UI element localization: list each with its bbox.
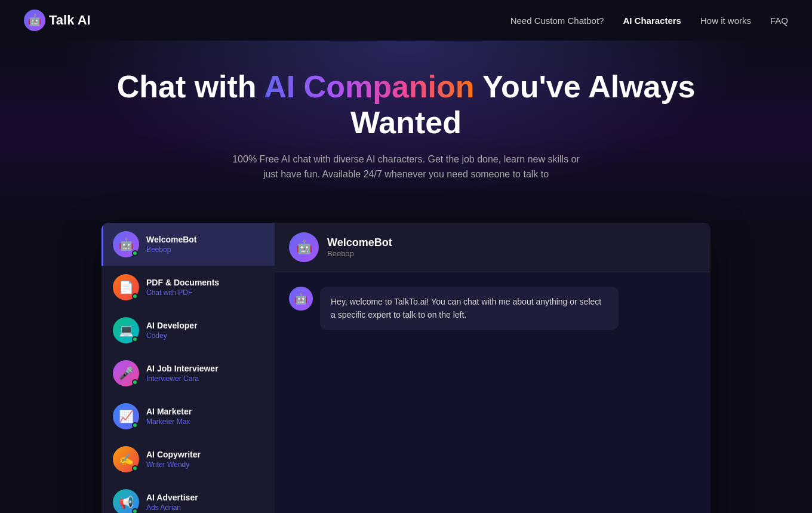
item-sub: Ads Adrian (146, 503, 265, 512)
chat-container: 🤖 WelcomeBot Beebop 📄 PDF & Documents Ch… (102, 223, 710, 513)
avatar-wrap: 📢 (113, 489, 139, 513)
item-info: AI Job Interviewer Interviewer Cara (146, 364, 265, 383)
item-sub: Beebop (146, 245, 265, 254)
chat-header-info: WelcomeBot Beebop (327, 236, 392, 258)
hero-section: Chat with AI Companion You've Always Wan… (0, 41, 812, 223)
chat-header-sub: Beebop (327, 249, 392, 258)
headline-prefix: Chat with (117, 69, 264, 104)
online-dot (132, 379, 138, 385)
hero-headline: Chat with AI Companion You've Always Wan… (12, 69, 800, 141)
headline-line2: Wanted (350, 105, 462, 140)
online-dot (132, 336, 138, 342)
sidebar-item-pdf[interactable]: 📄 PDF & Documents Chat with PDF (102, 266, 275, 309)
item-title: AI Advertiser (146, 493, 265, 502)
item-sub: Marketer Max (146, 417, 265, 426)
avatar-wrap: 🎤 (113, 360, 139, 386)
logo-text: Talk AI (49, 13, 91, 28)
nav-link[interactable]: Need Custom Chatbot? (510, 16, 604, 26)
avatar-wrap: 📄 (113, 274, 139, 300)
headline-suffix: You've Always (475, 69, 696, 104)
sidebar-item-copywriter[interactable]: ✍️ AI Copywriter Writer Wendy (102, 438, 275, 481)
sidebar-item-advertiser[interactable]: 📢 AI Advertiser Ads Adrian (102, 481, 275, 513)
avatar-wrap: ✍️ (113, 446, 139, 472)
item-sub: Interviewer Cara (146, 374, 265, 383)
online-dot (132, 422, 138, 428)
logo-icon: 🤖 (24, 10, 45, 31)
nav-link[interactable]: How it works (700, 16, 751, 26)
sidebar-item-marketer[interactable]: 📈 AI Marketer Marketer Max (102, 395, 275, 438)
sidebar-item-interviewer[interactable]: 🎤 AI Job Interviewer Interviewer Cara (102, 352, 275, 395)
navbar: 🤖 Talk AI Need Custom Chatbot?AI Charact… (0, 0, 812, 41)
item-title: AI Job Interviewer (146, 364, 265, 373)
sidebar-item-developer[interactable]: 💻 AI Developer Codey (102, 309, 275, 352)
message-avatar: 🤖 (289, 287, 313, 311)
headline-gradient: AI Companion (264, 69, 474, 104)
online-dot (132, 293, 138, 299)
chat-main: 🤖 WelcomeBot Beebop 🤖 Hey, welcome to Ta… (275, 223, 710, 513)
item-info: AI Developer Codey (146, 321, 265, 340)
sidebar: 🤖 WelcomeBot Beebop 📄 PDF & Documents Ch… (102, 223, 275, 513)
chat-header-name: WelcomeBot (327, 236, 392, 249)
chat-header-avatar: 🤖 (289, 232, 319, 262)
item-title: PDF & Documents (146, 278, 265, 287)
item-info: WelcomeBot Beebop (146, 235, 265, 254)
avatar-wrap: 📈 (113, 403, 139, 429)
item-title: AI Marketer (146, 407, 265, 416)
chat-header: 🤖 WelcomeBot Beebop (275, 223, 710, 272)
item-info: AI Advertiser Ads Adrian (146, 493, 265, 512)
hero-subtitle: 100% Free AI chat with diverse AI charac… (227, 152, 585, 182)
avatar-wrap: 💻 (113, 317, 139, 343)
item-title: WelcomeBot (146, 235, 265, 244)
nav-link[interactable]: FAQ (770, 16, 788, 26)
item-sub: Writer Wendy (146, 460, 265, 469)
nav-link[interactable]: AI Characters (623, 16, 681, 26)
message-bubble: Hey, welcome to TalkTo.ai! You can chat … (320, 287, 619, 330)
online-dot (132, 250, 138, 256)
online-dot (132, 508, 138, 513)
chat-messages: 🤖 Hey, welcome to TalkTo.ai! You can cha… (275, 272, 710, 513)
item-info: AI Copywriter Writer Wendy (146, 450, 265, 469)
message-row: 🤖 Hey, welcome to TalkTo.ai! You can cha… (289, 287, 696, 330)
item-title: AI Developer (146, 321, 265, 330)
logo[interactable]: 🤖 Talk AI (24, 10, 91, 31)
sidebar-item-welcomebot[interactable]: 🤖 WelcomeBot Beebop (102, 223, 275, 266)
item-info: PDF & Documents Chat with PDF (146, 278, 265, 297)
item-sub: Codey (146, 331, 265, 340)
online-dot (132, 465, 138, 471)
item-title: AI Copywriter (146, 450, 265, 459)
item-sub: Chat with PDF (146, 288, 265, 297)
item-info: AI Marketer Marketer Max (146, 407, 265, 426)
avatar-wrap: 🤖 (113, 231, 139, 257)
nav-links: Need Custom Chatbot?AI CharactersHow it … (510, 16, 788, 26)
